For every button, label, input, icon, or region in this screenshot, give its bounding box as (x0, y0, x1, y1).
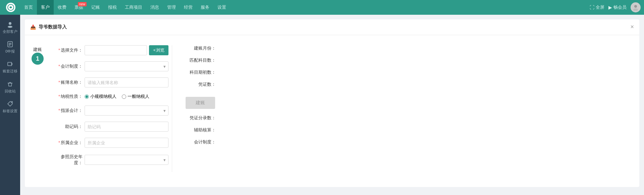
info-row-aux-accounting: 辅助核算： (186, 127, 633, 133)
match-subjects-label: 匹配科目数： (186, 57, 216, 63)
nav-item-fees[interactable]: 收费 (54, 0, 70, 15)
step-area: 建账 1 (32, 45, 50, 172)
subjects-initial-label: 科目期初数： (186, 69, 216, 75)
sidebar-item-migration-label: 账套迁移 (3, 69, 17, 73)
voucher-count-label: 凭证数： (186, 81, 216, 87)
memo-label: 助记码： (56, 124, 83, 130)
sidebar-item-tags[interactable]: 标签设置 (1, 97, 19, 116)
svg-rect-9 (8, 62, 12, 66)
panel-close-button[interactable]: × (630, 23, 634, 30)
browse-button[interactable]: +浏览 (149, 45, 168, 55)
svg-point-3 (9, 22, 11, 25)
company-input[interactable] (85, 138, 168, 148)
form-row-accounting-system: *会计制度： ▾ (56, 61, 168, 71)
accountant-select[interactable] (85, 106, 168, 116)
nav-item-services[interactable]: 服务 (197, 0, 213, 15)
accounting-system-label: *会计制度： (56, 63, 83, 69)
radio-general-taxpayer[interactable]: 一般纳税人 (122, 93, 149, 100)
info-row-subjects-initial: 科目期初数： (186, 69, 633, 75)
svg-point-1 (634, 5, 637, 8)
accounting-system-right-label: 会计制度： (186, 139, 216, 145)
form-left-section: 建账 1 *选择文件： +浏览 (32, 45, 168, 172)
info-row-build-month: 建账月份： (186, 45, 633, 51)
logo[interactable] (3, 0, 18, 15)
svg-point-4 (8, 26, 12, 28)
nav-item-customers[interactable]: 客户 (37, 0, 54, 15)
file-input-group: +浏览 (85, 45, 168, 55)
main-layout: 全部客户 0申报 账套迁移 回收站 标签设置 (0, 15, 644, 195)
tags-icon (6, 100, 14, 108)
nav-item-business[interactable]: 工商项目 (121, 0, 146, 15)
recycle-icon (6, 80, 14, 88)
ledger-name-input[interactable] (85, 77, 168, 87)
tax-type-radio-group: 小规模纳税人 一般纳税人 (85, 93, 168, 100)
info-section: 建账月份： 匹配科目数： 科目期初数： 凭证数： (176, 45, 633, 172)
panel-title: 导爷数据导入 (39, 24, 67, 30)
nav-item-bills[interactable]: 票据 new (70, 0, 87, 15)
panel-header: 📥 导爷数据导入 (25, 19, 639, 35)
form-section: *选择文件： +浏览 *会计制度： (56, 45, 168, 172)
nav-item-bookkeeping[interactable]: 记账 (87, 0, 104, 15)
company-label: *所属企业： (56, 140, 83, 146)
nav-items: 首页 客户 收费 票据 new 记账 报税 工商项目 消息 管理 经营 (20, 0, 590, 15)
sidebar-item-zero-declaration-label: 0申报 (5, 49, 15, 54)
aux-accounting-label: 辅助核算： (186, 127, 216, 133)
nav-right: ⛶ 全屏 ▶ 畅会员 (590, 2, 641, 12)
history-year-select[interactable] (85, 155, 168, 165)
radio-small-taxpayer[interactable]: 小规模纳税人 (85, 93, 116, 100)
history-year-select-wrap: ▾ (85, 155, 168, 165)
svg-point-2 (633, 8, 638, 11)
panel-title-icon: 📥 (30, 24, 36, 30)
nav-item-settings[interactable]: 设置 (213, 0, 230, 15)
logo-icon (6, 3, 15, 12)
sidebar-item-all-customers-label: 全部客户 (3, 29, 17, 34)
sidebar-item-migration[interactable]: 账套迁移 (1, 58, 19, 76)
file-input[interactable] (85, 45, 147, 55)
sidebar-item-tags-label: 标签设置 (3, 109, 17, 113)
top-navigation: 首页 客户 收费 票据 new 记账 报税 工商项目 消息 管理 经营 (0, 0, 644, 15)
form-row-file: *选择文件： +浏览 (56, 45, 168, 55)
vertical-divider (172, 45, 172, 172)
form-row-tax-type: *纳税性质： 小规模纳税人 一般纳税人 (56, 93, 168, 100)
customers-icon (6, 21, 14, 28)
content-area: 📥 导爷数据导入 × 建账 1 *选择文件： (20, 15, 644, 195)
info-row-accounting-system-right: 会计制度： (186, 139, 633, 145)
info-row-match-subjects: 匹配科目数： (186, 57, 633, 63)
declaration-icon (6, 41, 14, 48)
sidebar-item-zero-declaration[interactable]: 0申报 (1, 38, 19, 56)
create-account-button[interactable]: 建账 (186, 97, 215, 109)
migration-icon (6, 60, 14, 68)
nav-item-operations[interactable]: 经营 (180, 0, 197, 15)
nav-item-messages[interactable]: 消息 (146, 0, 163, 15)
form-row-history-year: 参照历史年度： ▾ (56, 154, 168, 166)
nav-item-manage[interactable]: 管理 (163, 0, 180, 15)
form-row-memo: 助记码： (56, 122, 168, 132)
sidebar: 全部客户 0申报 账套迁移 回收站 标签设置 (0, 15, 20, 195)
voucher-records-label: 凭证分录数： (186, 115, 216, 121)
panel-body: 建账 1 *选择文件： +浏览 (25, 35, 639, 182)
accountant-select-wrap: ▾ (85, 106, 168, 116)
sidebar-item-recycle-label: 回收站 (5, 89, 16, 93)
file-label: *选择文件： (56, 47, 83, 53)
form-row-company: *所属企业： (56, 138, 168, 148)
member-button[interactable]: ▶ 畅会员 (608, 4, 627, 10)
svg-point-10 (11, 102, 12, 103)
step-circle: 1 (32, 53, 44, 65)
tax-type-label: *纳税性质： (56, 93, 83, 100)
sidebar-item-all-customers[interactable]: 全部客户 (1, 18, 19, 37)
nav-item-tax[interactable]: 报税 (104, 0, 121, 15)
required-star: * (58, 48, 60, 53)
build-month-label: 建账月份： (186, 45, 216, 51)
nav-item-home[interactable]: 首页 (20, 0, 37, 15)
form-row-accountant: *指派会计： ▾ (56, 106, 168, 116)
memo-input[interactable] (85, 122, 168, 132)
fullscreen-button[interactable]: ⛶ 全屏 (590, 4, 604, 10)
create-btn-row: 建账 (186, 93, 633, 109)
accounting-system-select[interactable] (85, 61, 168, 71)
form-row-ledger-name: *账簿名称： (56, 77, 168, 87)
history-year-label: 参照历史年度： (56, 154, 83, 166)
info-row-voucher-count: 凭证数： (186, 81, 633, 87)
user-avatar[interactable] (631, 2, 641, 12)
sidebar-item-recycle[interactable]: 回收站 (1, 78, 19, 96)
ledger-name-label: *账簿名称： (56, 79, 83, 85)
